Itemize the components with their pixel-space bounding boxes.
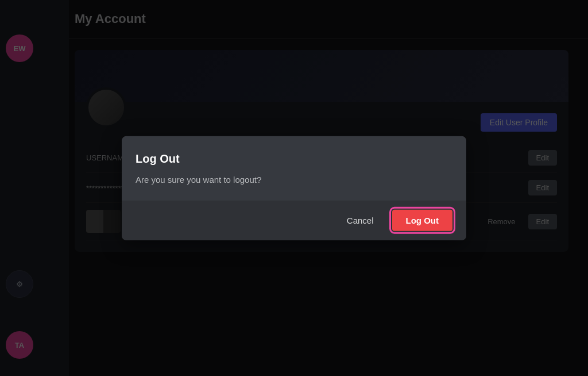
modal-body: Log Out Are you sure you want to logout? (122, 136, 466, 187)
modal-footer: Cancel Log Out (122, 200, 466, 240)
logout-modal: Log Out Are you sure you want to logout?… (122, 136, 466, 240)
logout-button[interactable]: Log Out (392, 209, 452, 231)
modal-message: Are you sure you want to logout? (136, 174, 452, 187)
cancel-button[interactable]: Cancel (340, 212, 381, 228)
modal-title: Log Out (136, 152, 452, 166)
